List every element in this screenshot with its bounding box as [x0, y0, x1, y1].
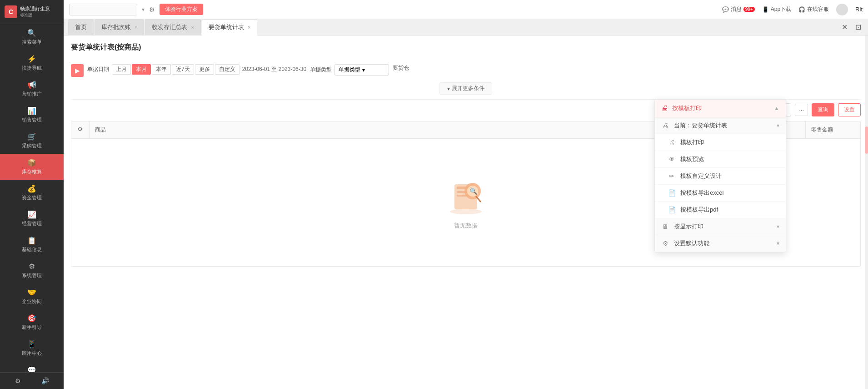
- tab-order-stats-close[interactable]: ×: [248, 25, 250, 30]
- app-download-label: App下载: [771, 5, 791, 13]
- sidebar-item-basic[interactable]: 📋 基础信息: [0, 232, 64, 258]
- dropdown-item-export-excel[interactable]: 📄 按模板导出excel: [655, 185, 786, 202]
- tab-inventory-batch[interactable]: 库存批次账 ×: [95, 19, 144, 35]
- dropdown-set-default[interactable]: ⚙ 设置默认功能 ▾: [655, 235, 786, 252]
- online-service-label: 在线客服: [807, 5, 829, 13]
- inventory-icon: 📦: [27, 158, 36, 167]
- expand-more-button[interactable]: ▾ 展开更多条件: [439, 82, 492, 95]
- online-service-button[interactable]: 🎧 在线客服: [798, 5, 829, 13]
- tab-inventory-batch-label: 库存批次账: [101, 23, 131, 31]
- app-badge: 标准版: [20, 12, 50, 18]
- print-dropdown-panel: 🖨 按模板打印 ▲ 🖨 当前：要货单统计表 ▾ 🖨 模板打印 👁 模板预览: [654, 99, 786, 253]
- dropdown-display-print[interactable]: 🖥 按显示打印 ▾: [655, 218, 786, 235]
- basic-icon: 📋: [27, 236, 36, 245]
- date-more[interactable]: 更多: [195, 64, 214, 75]
- sidebar-item-marketing[interactable]: 📢 营销推广: [0, 76, 64, 102]
- th-retail-amount: 零售金额: [806, 121, 860, 138]
- type-select[interactable]: 单据类型 ▾: [334, 64, 389, 76]
- app-icon: 📱: [762, 6, 769, 13]
- settings-label: 设置: [844, 106, 855, 114]
- settings-icon[interactable]: ⚙: [15, 377, 21, 384]
- query-button[interactable]: 查询: [812, 103, 834, 116]
- sidebar-bottom: ⚙ 🔊: [0, 372, 64, 389]
- dropdown-item-template-print[interactable]: 🖨 模板打印: [655, 134, 786, 151]
- page-title: 要货单统计表(按商品): [71, 43, 861, 52]
- sidebar-item-apps[interactable]: 📱 应用中心: [0, 335, 64, 361]
- sidebar-item-wechat[interactable]: 💬 企业微信: [0, 361, 64, 372]
- sound-icon[interactable]: 🔊: [41, 377, 49, 384]
- filter-bar: ▶ 单据日期 上月 本月 本年 近7天 更多 自定义 2023-06-01 至 …: [71, 60, 861, 100]
- dropdown-current-chevron-icon: ▾: [777, 122, 779, 129]
- th-settings: ⚙: [71, 121, 90, 138]
- settings-button[interactable]: 设置: [838, 103, 861, 116]
- sidebar-item-system[interactable]: ⚙ 系统管理: [0, 258, 64, 283]
- sidebar-item-sales[interactable]: 📊 销售管理: [0, 102, 64, 128]
- finance-icon: 💰: [27, 184, 36, 193]
- sidebar-item-inventory[interactable]: 📦 库存核算: [0, 154, 64, 180]
- dropdown-item-template-preview[interactable]: 👁 模板预览: [655, 151, 786, 168]
- dropdown-current-icon: 🖨: [661, 122, 669, 129]
- tab-receipt-summary-close[interactable]: ×: [191, 25, 194, 30]
- sidebar-item-purchase[interactable]: 🛒 采购管理: [0, 128, 64, 154]
- date-custom[interactable]: 自定义: [215, 64, 239, 75]
- dropdown-item-export-pdf[interactable]: 📄 按模板导出pdf: [655, 202, 786, 218]
- sidebar-item-operation[interactable]: 📈 经营管理: [0, 206, 64, 232]
- date-last-month[interactable]: 上月: [112, 64, 131, 75]
- type-filter-group: 单据类型 单据类型 ▾: [310, 64, 389, 76]
- dropdown-item-template-custom[interactable]: ✏ 模板自定义设计: [655, 168, 786, 185]
- type-select-chevron-icon: ▾: [362, 67, 365, 73]
- template-preview-icon: 👁: [668, 156, 676, 163]
- sidebar-item-collab[interactable]: 🤝 企业协同: [0, 283, 64, 309]
- service-icon: 🎧: [798, 6, 805, 13]
- app-download-button[interactable]: 📱 App下载: [762, 5, 791, 13]
- dropdown-collapse-icon: ▲: [774, 105, 779, 111]
- sidebar-item-label: 系统管理: [22, 272, 42, 279]
- trial-button[interactable]: 体验行业方案: [160, 4, 203, 15]
- sidebar-item-finance[interactable]: 💰 资金管理: [0, 180, 64, 206]
- shortcut-icon: ⚡: [27, 55, 36, 63]
- logo-icon: C: [5, 5, 17, 18]
- topbar-gear-icon[interactable]: ⚙: [149, 6, 155, 13]
- messages-badge: 99+: [743, 7, 755, 12]
- empty-text: 暂无数据: [454, 222, 478, 230]
- tab-close-all-button[interactable]: ✕: [839, 22, 850, 33]
- sidebar-item-label: 快捷导航: [22, 65, 42, 71]
- empty-icon: 🔍: [443, 175, 489, 216]
- date-current-month[interactable]: 本月: [132, 64, 151, 75]
- right-scrollbar[interactable]: [865, 35, 868, 389]
- more-actions-button[interactable]: ···: [795, 104, 808, 116]
- messages-button[interactable]: 💬 消息 99+: [722, 5, 755, 13]
- set-default-icon: ⚙: [661, 240, 669, 247]
- export-excel-icon: 📄: [668, 189, 676, 197]
- query-label: 查询: [818, 106, 828, 114]
- filter-expand-button[interactable]: ▶: [71, 64, 84, 77]
- tab-home[interactable]: 首页: [68, 19, 94, 35]
- display-print-icon: 🖥: [661, 223, 669, 230]
- template-custom-icon: ✏: [668, 172, 676, 180]
- template-print-label: 模板打印: [680, 138, 704, 147]
- page: 要货单统计表(按商品) ▶ 单据日期 上月 本月 本年 近7天 更多 自定义 2…: [64, 35, 868, 389]
- dropdown-header[interactable]: 🖨 按模板打印 ▲: [655, 100, 786, 117]
- type-label: 单据类型: [310, 66, 332, 74]
- search-chevron-icon[interactable]: ▾: [142, 6, 145, 13]
- sidebar-item-guide[interactable]: 🎯 新手引导: [0, 309, 64, 335]
- tab-order-stats[interactable]: 要货单统计表 ×: [202, 19, 257, 35]
- content-area: 要货单统计表(按商品) ▶ 单据日期 上月 本月 本年 近7天 更多 自定义 2…: [64, 35, 868, 389]
- date-current-year[interactable]: 本年: [152, 64, 171, 75]
- sidebar-item-shortcut[interactable]: ⚡ 快捷导航: [0, 50, 64, 76]
- dropdown-current-item[interactable]: 🖨 当前：要货单统计表 ▾: [655, 117, 786, 134]
- tab-maximize-button[interactable]: ⊡: [853, 22, 863, 33]
- marketing-icon: 📢: [27, 81, 36, 89]
- dropdown-print-icon: 🖨: [661, 104, 668, 112]
- tab-inventory-batch-close[interactable]: ×: [135, 25, 137, 30]
- sidebar-item-label: 营销推广: [22, 91, 42, 97]
- tab-receipt-summary[interactable]: 收发存汇总表 ×: [145, 19, 200, 35]
- template-preview-label: 模板预览: [680, 155, 704, 163]
- tab-order-stats-label: 要货单统计表: [209, 23, 244, 31]
- tabs: 首页 库存批次账 × 收发存汇总表 × 要货单统计表 × ✕ ⊡: [64, 19, 868, 35]
- sidebar-item-search[interactable]: 🔍 搜索菜单: [0, 24, 64, 50]
- search-input[interactable]: [69, 4, 137, 15]
- avatar[interactable]: [836, 4, 848, 15]
- user-name: Rit: [855, 6, 863, 13]
- date-last-7days[interactable]: 近7天: [172, 64, 194, 75]
